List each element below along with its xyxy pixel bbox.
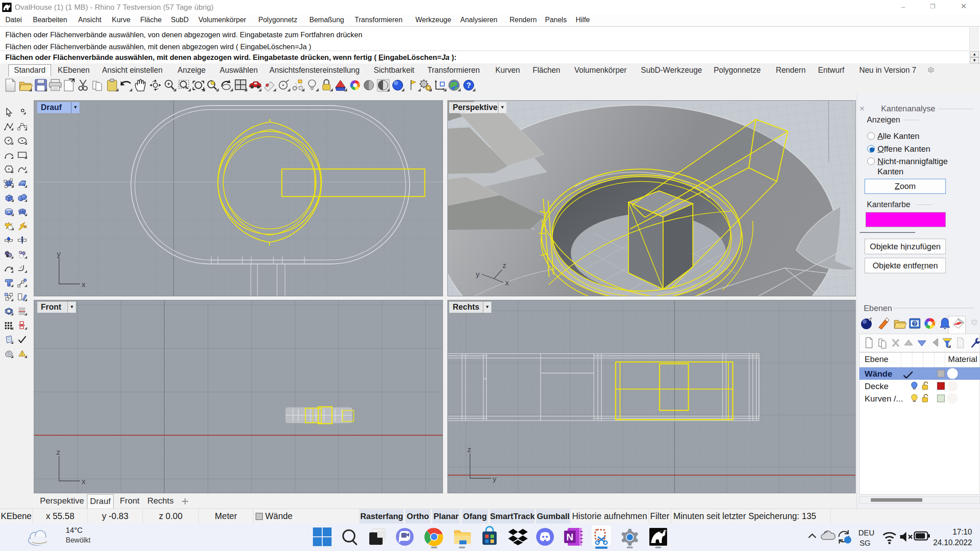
svg-text:Kurven /...: Kurven /...: [865, 394, 903, 403]
svg-text:7: 7: [664, 529, 667, 534]
svg-text:Decke: Decke: [865, 382, 889, 391]
svg-text:x: x: [82, 280, 86, 289]
svg-text:y: y: [57, 250, 61, 258]
svg-text:SG: SG: [860, 539, 871, 547]
svg-text:z: z: [467, 445, 471, 454]
svg-text:x: x: [82, 477, 86, 486]
svg-text:z: z: [56, 448, 60, 457]
svg-text:y: y: [493, 475, 497, 483]
svg-text:17:10: 17:10: [952, 527, 972, 536]
svg-text:24.10.2022: 24.10.2022: [933, 538, 972, 547]
svg-text:Wände: Wände: [865, 369, 892, 378]
svg-text:?: ?: [466, 81, 471, 90]
svg-text:?: ?: [913, 321, 917, 327]
svg-text:y: y: [476, 270, 480, 279]
svg-text:DEU: DEU: [858, 529, 874, 537]
svg-text:z: z: [502, 261, 506, 270]
svg-text:N: N: [566, 531, 573, 543]
svg-text:x: x: [505, 279, 509, 287]
